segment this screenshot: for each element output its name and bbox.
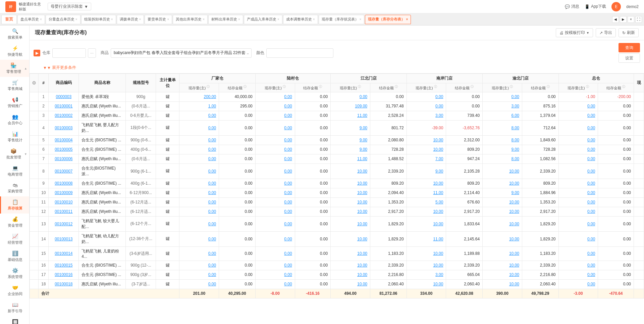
- cell-lc-qty[interactable]: 0.00: [255, 231, 295, 246]
- tab-expand-btn[interactable]: ⛶: [635, 16, 642, 23]
- cell-lc-qty[interactable]: 0.00: [255, 164, 295, 179]
- tab-prev-btn[interactable]: ◀: [612, 16, 619, 23]
- cell-lc-qty[interactable]: 0.00: [255, 179, 295, 188]
- cell-total-qty[interactable]: 0.00: [558, 120, 598, 135]
- industry-selector[interactable]: 母婴行业演示陈套 ▼: [48, 3, 91, 10]
- cell-cj-qty[interactable]: 0.00: [179, 246, 219, 261]
- cell-code[interactable]: 0000003: [49, 92, 79, 101]
- tab-requisition[interactable]: 要货单历史 ×: [145, 15, 172, 24]
- app-download-btn[interactable]: 📱 App下载: [585, 4, 606, 9]
- expand-conditions-btn[interactable]: ▼▼ 展开更多条件: [43, 65, 76, 71]
- cell-lc-qty[interactable]: 0.00: [255, 92, 295, 101]
- sidebar-item-retail[interactable]: 🏪 零售管理 ▲: [0, 60, 29, 77]
- cell-na-qty[interactable]: 10.00: [407, 135, 446, 145]
- cell-jb-qty[interactable]: 10.00: [331, 279, 370, 289]
- tab-material-out[interactable]: 材料出库单历史 ×: [208, 15, 243, 24]
- cell-jb-qty[interactable]: 9.00: [331, 135, 370, 145]
- cell-total-qty[interactable]: 0.00: [558, 179, 598, 188]
- cell-total-qty[interactable]: 0.00: [558, 246, 598, 261]
- cell-yb-qty[interactable]: 10.00: [483, 279, 522, 289]
- cell-cj-qty[interactable]: 0.00: [179, 197, 219, 207]
- tab-product-in[interactable]: 产成品入库单历史 ×: [244, 15, 282, 24]
- sidebar-item-appcenter[interactable]: 🔲 应用中心: [0, 316, 29, 324]
- cell-na-qty[interactable]: 3.00: [407, 111, 446, 120]
- export-btn[interactable]: ↗ 导出: [596, 28, 616, 37]
- sidebar-item-enterprise[interactable]: 🤝 企业协同: [0, 282, 29, 299]
- cell-code[interactable]: 00100004: [49, 135, 79, 145]
- cell-lc-qty[interactable]: 0.00: [255, 101, 295, 111]
- tab-fraction[interactable]: 分量盘点单历史 ×: [46, 15, 80, 24]
- cell-na-qty[interactable]: 10.00: [407, 145, 446, 154]
- cell-yb-qty[interactable]: 10.00: [483, 216, 522, 231]
- sidebar-item-purchase[interactable]: 🛍 采购管理: [0, 180, 29, 196]
- sidebar-item-finance[interactable]: 💰 资金管理: [0, 214, 29, 231]
- cell-lc-qty[interactable]: 0.00: [255, 188, 295, 197]
- cell-lc-qty[interactable]: 0.00: [255, 197, 295, 207]
- settings-icon[interactable]: ⚙: [32, 80, 36, 86]
- cell-yb-qty[interactable]: 0.00: [483, 92, 522, 101]
- tab-cost-adjust[interactable]: 成本调整单历史 ×: [283, 15, 318, 24]
- cell-total-qty[interactable]: 0.00: [558, 145, 598, 154]
- cell-lc-qty[interactable]: 0.00: [255, 279, 295, 289]
- message-btn[interactable]: 💬 消息: [565, 4, 579, 9]
- cell-code[interactable]: 00100002: [49, 111, 79, 120]
- cell-total-qty[interactable]: 0.00: [558, 216, 598, 231]
- cell-cj-qty[interactable]: 0.00: [179, 179, 219, 188]
- cell-jb-qty[interactable]: 10.00: [331, 207, 370, 216]
- cell-code[interactable]: 00100001: [49, 101, 79, 111]
- tab-next-btn[interactable]: ▶: [620, 16, 627, 23]
- cell-jb-qty[interactable]: 10.00: [331, 179, 370, 188]
- cell-na-qty[interactable]: -39.00: [407, 120, 446, 135]
- cell-total-qty[interactable]: 0.00: [558, 231, 598, 246]
- cell-cj-qty[interactable]: 0.00: [179, 270, 219, 279]
- cell-lc-qty[interactable]: 0.00: [255, 270, 295, 279]
- cell-na-qty[interactable]: 11.00: [407, 231, 446, 246]
- cell-cj-qty[interactable]: 0.00: [179, 164, 219, 179]
- cell-na-qty[interactable]: 3.00: [407, 270, 446, 279]
- sidebar-item-system[interactable]: ⚙️ 系统管理: [0, 265, 29, 282]
- cell-total-qty[interactable]: 0.00: [558, 135, 598, 145]
- cell-jb-qty[interactable]: 9.00: [331, 120, 370, 135]
- cell-jb-qty[interactable]: 11.00: [331, 154, 370, 164]
- cell-code[interactable]: 00100016: [49, 270, 79, 279]
- sidebar-item-member[interactable]: 👥 会员中心: [0, 111, 29, 128]
- tab-home[interactable]: 首页: [1, 15, 17, 24]
- cell-cj-qty[interactable]: 0.00: [179, 111, 219, 120]
- cell-total-qty[interactable]: 0.00: [558, 164, 598, 179]
- cell-yb-qty[interactable]: 9.00: [483, 145, 522, 154]
- cell-total-qty[interactable]: -1.00: [558, 92, 598, 101]
- cell-lc-qty[interactable]: 0.00: [255, 120, 295, 135]
- cell-jb-qty[interactable]: 11.00: [331, 111, 370, 120]
- cell-cj-qty[interactable]: 0.00: [179, 154, 219, 164]
- product-input[interactable]: [111, 48, 252, 58]
- cell-na-qty[interactable]: 10.00: [407, 279, 446, 289]
- sidebar-item-marketing[interactable]: 📢 营销推广: [0, 94, 29, 111]
- cell-total-qty[interactable]: 0.00: [558, 279, 598, 289]
- cell-na-qty[interactable]: 11.00: [407, 188, 446, 197]
- cell-total-qty[interactable]: 0.00: [558, 197, 598, 207]
- cell-cj-qty[interactable]: 0.00: [179, 261, 219, 270]
- cell-na-qty[interactable]: 7.00: [407, 154, 446, 164]
- cell-code[interactable]: 00100011: [49, 207, 79, 216]
- cell-code[interactable]: 00100013: [49, 231, 79, 246]
- cell-code[interactable]: 00100018: [49, 279, 79, 289]
- warehouse-input[interactable]: [52, 48, 86, 58]
- cell-cj-qty[interactable]: 0.00: [179, 145, 219, 154]
- cell-yb-qty[interactable]: 10.00: [483, 261, 522, 270]
- cell-cj-qty[interactable]: 0.00: [179, 135, 219, 145]
- cell-yb-qty[interactable]: 8.00: [483, 154, 522, 164]
- cell-jb-qty[interactable]: 10.00: [331, 270, 370, 279]
- refresh-btn[interactable]: ↻ 刷新: [619, 28, 639, 37]
- cell-jb-qty[interactable]: 10.00: [331, 197, 370, 207]
- cell-code[interactable]: 00100014: [49, 246, 79, 261]
- cell-na-qty[interactable]: 5.00: [407, 197, 446, 207]
- cell-jb-qty[interactable]: 109.00: [331, 101, 370, 111]
- cell-jb-qty[interactable]: 10.00: [331, 261, 370, 270]
- cell-total-qty[interactable]: 0.00: [558, 261, 598, 270]
- cell-yb-qty[interactable]: 10.00: [483, 164, 522, 179]
- sidebar-item-guide[interactable]: 📖 新手引导: [0, 299, 29, 316]
- cell-lc-qty[interactable]: 0.00: [255, 145, 295, 154]
- warehouse-ellipsis-btn[interactable]: ···: [88, 48, 96, 58]
- cell-na-qty[interactable]: 10.00: [407, 207, 446, 216]
- cell-yb-qty[interactable]: 10.00: [483, 197, 522, 207]
